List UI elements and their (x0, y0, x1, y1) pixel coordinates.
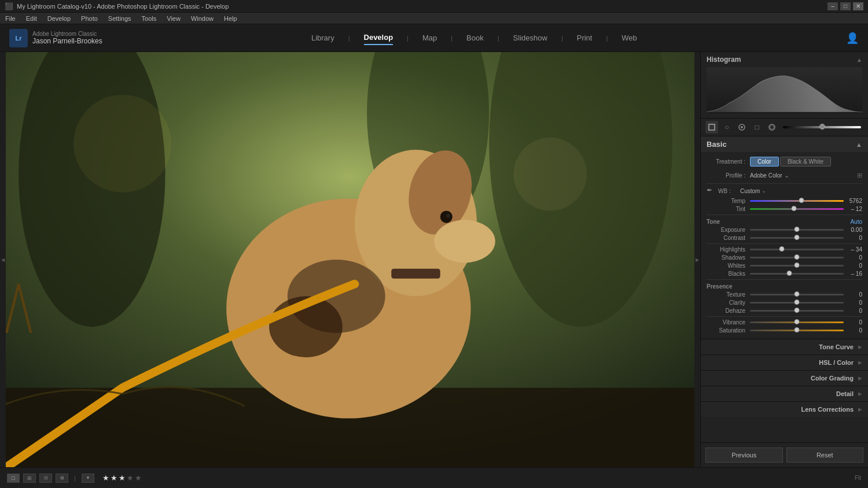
vibrance-slider-thumb[interactable] (795, 319, 800, 324)
lens-corrections-header[interactable]: Lens Corrections ▶ (701, 402, 868, 417)
menu-view[interactable]: View (165, 15, 182, 22)
graduated-filter-tool[interactable]: □ (751, 121, 763, 134)
hsl-arrow: ▶ (858, 360, 862, 365)
menu-photo[interactable]: Photo (79, 15, 100, 22)
menu-settings[interactable]: Settings (106, 15, 133, 22)
highlights-slider-thumb[interactable] (779, 246, 785, 252)
menu-file[interactable]: File (3, 15, 17, 22)
compare-view-btn[interactable]: ⊟ (39, 474, 52, 483)
survey-view-btn[interactable]: ⊠ (56, 474, 68, 483)
saturation-slider-thumb[interactable] (795, 327, 800, 332)
healing-tool[interactable]: ○ (720, 121, 733, 134)
wb-eyedropper-icon[interactable]: ✒ (707, 186, 716, 195)
star-2[interactable]: ★ (111, 474, 117, 482)
wb-preset-dropdown[interactable]: Custom (740, 188, 760, 194)
tab-library[interactable]: Library (311, 31, 334, 45)
exposure-slider-thumb[interactable] (795, 227, 800, 232)
wb-label: WB : (718, 188, 735, 194)
tint-slider-thumb[interactable] (792, 206, 797, 211)
menu-help[interactable]: Help (222, 15, 239, 22)
tone-slider-container (781, 126, 863, 128)
shadows-slider-track[interactable] (750, 257, 844, 258)
detail-section: Detail ▶ (701, 386, 868, 401)
tone-auto-btn[interactable]: Auto (850, 219, 862, 225)
exposure-slider-track[interactable] (750, 229, 844, 231)
basic-header[interactable]: Basic ▲ (701, 136, 868, 152)
tone-slider-thumb[interactable] (819, 124, 825, 130)
blacks-slider-thumb[interactable] (787, 271, 792, 276)
vibrance-value: 0 (846, 319, 862, 326)
tab-book[interactable]: Book (466, 31, 484, 45)
whites-slider-track[interactable] (750, 265, 844, 267)
clarity-slider-thumb[interactable] (795, 300, 800, 305)
bottom-right: Fit (855, 475, 861, 481)
minimize-button[interactable]: – (827, 2, 838, 10)
app: Lr Adobe Lightroom Classic Jason Parnell… (0, 24, 868, 488)
left-collapse-strip[interactable]: ◀ (0, 52, 6, 467)
grid-view-btn[interactable]: ⊞ (23, 474, 36, 483)
highlights-slider-track[interactable] (750, 249, 844, 250)
menu-develop[interactable]: Develop (46, 15, 72, 22)
svg-rect-11 (391, 269, 440, 279)
contrast-slider-thumb[interactable] (795, 235, 800, 240)
tone-curve-header[interactable]: Tone Curve ▶ (701, 339, 868, 354)
radial-filter-tool[interactable] (766, 121, 778, 134)
profile-dropdown-arrow[interactable]: ⌄ (784, 172, 789, 179)
redeye-tool[interactable] (735, 121, 748, 134)
crop-tool[interactable] (705, 121, 718, 134)
clarity-slider-track[interactable] (750, 302, 844, 304)
dehaze-slider-thumb[interactable] (795, 308, 800, 313)
star-4[interactable]: ★ (127, 474, 134, 482)
wb-dropdown-arrow[interactable]: ⌄ (762, 188, 766, 194)
color-grading-header[interactable]: Color Grading ▶ (701, 371, 868, 386)
svg-point-12 (440, 211, 453, 223)
star-1[interactable]: ★ (102, 474, 109, 482)
user-name: Jason Parnell-Brookes (32, 37, 102, 45)
basic-body: Treatment : Color Black & White Profile … (701, 152, 868, 339)
previous-button[interactable]: Previous (705, 448, 783, 463)
tint-slider-track[interactable] (750, 208, 844, 210)
menu-tools[interactable]: Tools (140, 15, 159, 22)
tone-curve-title: Tone Curve (819, 343, 854, 350)
contrast-slider-track[interactable] (750, 237, 844, 239)
star-5[interactable]: ★ (135, 474, 142, 482)
profile-grid-icon[interactable]: ⊞ (857, 172, 862, 179)
hsl-header[interactable]: HSL / Color ▶ (701, 355, 868, 370)
tone-curve-section: Tone Curve ▶ (701, 339, 868, 354)
svg-point-14 (73, 95, 171, 193)
shadows-slider-thumb[interactable] (795, 254, 800, 260)
tone-slider-track[interactable] (783, 126, 861, 128)
menu-edit[interactable]: Edit (24, 15, 39, 22)
close-button[interactable]: ✕ (853, 2, 863, 10)
reset-button[interactable]: Reset (786, 448, 864, 463)
temp-slider-thumb[interactable] (799, 198, 804, 203)
dehaze-slider-track[interactable] (750, 310, 844, 312)
whites-slider-thumb[interactable] (795, 263, 800, 268)
title-text: ⬛ My Lightroom Catalog-v10 - Adobe Photo… (5, 2, 229, 10)
temp-slider-track[interactable] (750, 200, 844, 202)
menu-window[interactable]: Window (189, 15, 215, 22)
exposure-value: 0.00 (846, 227, 862, 233)
texture-slider-thumb[interactable] (795, 291, 800, 297)
saturation-slider-row: Saturation 0 (707, 327, 862, 334)
single-view-btn[interactable]: □ (7, 474, 20, 483)
tab-web[interactable]: Web (621, 31, 637, 45)
color-treatment-btn[interactable]: Color (750, 157, 779, 167)
blacks-label: Blacks (707, 271, 750, 277)
saturation-slider-track[interactable] (750, 330, 844, 331)
tab-develop[interactable]: Develop (364, 31, 393, 45)
tab-print[interactable]: Print (577, 31, 593, 45)
histogram-header[interactable]: Histogram ▲ (701, 52, 868, 67)
tab-map[interactable]: Map (422, 31, 437, 45)
filmstrip-toggle-btn[interactable]: ▼ (82, 474, 94, 483)
texture-slider-track[interactable] (750, 294, 844, 295)
star-3[interactable]: ★ (119, 474, 126, 482)
right-collapse-strip[interactable]: ▶ (694, 52, 700, 467)
tab-slideshow[interactable]: Slideshow (513, 31, 547, 45)
vibrance-slider-track[interactable] (750, 321, 844, 323)
bw-treatment-btn[interactable]: Black & White (780, 157, 831, 167)
detail-header[interactable]: Detail ▶ (701, 386, 868, 401)
profile-icon[interactable]: 👤 (846, 32, 859, 45)
blacks-slider-track[interactable] (750, 273, 844, 275)
restore-button[interactable]: □ (840, 2, 851, 10)
